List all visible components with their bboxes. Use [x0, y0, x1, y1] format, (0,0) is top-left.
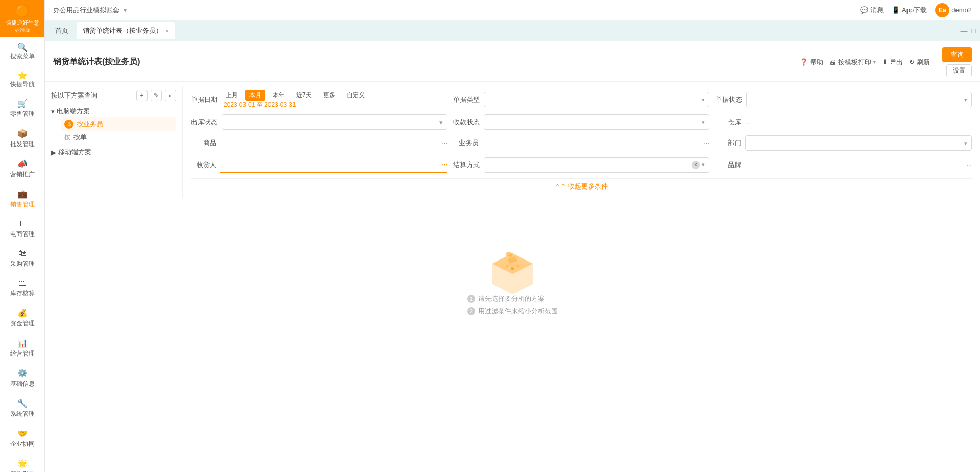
refresh-button[interactable]: ↻ 刷新: [909, 58, 930, 67]
query-button[interactable]: 查询: [942, 47, 972, 62]
salesman-input[interactable]: [483, 137, 704, 149]
sidebar-item-newguide[interactable]: 🌟 新手引导: [0, 454, 44, 472]
topbar-right: 💬 消息 📱 App下载 Ea demo2: [860, 3, 972, 17]
basic-label: 基础信息: [10, 380, 35, 388]
settlement-control: × ▾: [484, 157, 709, 173]
collapse-filter-button[interactable]: ⌃⌃ 收起更多条件: [191, 178, 972, 194]
sidebar-item-ops[interactable]: 📊 经营管理: [0, 333, 44, 363]
settlement-label: 结算方式: [453, 160, 480, 170]
date-tag-7days[interactable]: 近7天: [292, 90, 316, 101]
brand-label: 品牌: [716, 160, 741, 170]
wholesale-label: 批发管理: [10, 140, 35, 149]
warehouse-dots[interactable]: ...: [745, 118, 751, 126]
sidebar-quicknav[interactable]: ⭐ 快捷导航: [0, 66, 44, 93]
sidebar-search[interactable]: 🔍 搜索菜单: [0, 37, 44, 66]
date-tag-more[interactable]: 更多: [319, 90, 339, 101]
date-tag-this-year[interactable]: 本年: [268, 90, 289, 101]
sidebar-item-finance[interactable]: 💰 资金管理: [0, 303, 44, 333]
sidebar-item-retail[interactable]: 🛒 零售管理: [0, 93, 44, 124]
docstatus-select[interactable]: ▾: [746, 92, 972, 107]
sidebar-item-wholesale[interactable]: 📦 批发管理: [0, 124, 44, 154]
filter-section: 按以下方案查询 + ✎ « ▾: [45, 82, 980, 202]
tree-group-mobile: ▶ 移动端方案: [51, 146, 176, 158]
sidebar-item-enterprise[interactable]: 🤝 企业协同: [0, 423, 44, 454]
tree-child-order[interactable]: 按 按单: [61, 131, 176, 144]
date-row: 上月 本月 本年 近7天 更多 自定义: [222, 90, 447, 101]
sidebar-item-inventory[interactable]: 🗃 库存核算: [0, 273, 44, 303]
docstatus-label: 单据状态: [716, 95, 742, 104]
content-area: 销货单统计表(按业务员) ❓ 帮助 🖨 按模板打印 ▾ ⬇ 导出: [45, 41, 980, 472]
edit-scheme-button[interactable]: ✎: [151, 90, 162, 101]
tab-close-button[interactable]: ×: [165, 28, 168, 34]
sidebar-item-basic[interactable]: ⚙️ 基础信息: [0, 363, 44, 393]
date-tag-last-month[interactable]: 上月: [222, 90, 242, 101]
filter-consignee-item: 收货人 ···: [191, 156, 447, 173]
sidebar-item-sales[interactable]: 💼 销售管理: [0, 184, 44, 214]
filter-row-3: 商品 ··· 业务员: [191, 135, 972, 151]
tabs-bar: 首页 销货单统计表（按业务员） × — □: [45, 20, 980, 41]
newguide-label: 新手引导: [10, 470, 35, 472]
app-download-button[interactable]: 📱 App下载: [892, 6, 927, 15]
sidebar-item-ecommerce[interactable]: 🖥 电商管理: [0, 214, 44, 244]
add-scheme-button[interactable]: +: [136, 90, 148, 101]
paymentstatus-arrow-icon: ▾: [702, 119, 705, 126]
export-button[interactable]: ⬇ 导出: [882, 58, 903, 67]
empty-state: 1 请先选择要分析的方案 2 用过滤条件来缩小分析范围: [45, 202, 980, 360]
sidebar-item-purchase[interactable]: 🛍 采购管理: [0, 244, 44, 273]
sidebar-logo[interactable]: 🟠 畅捷通好生意 标准版: [0, 0, 44, 37]
tab-minimize-button[interactable]: —: [961, 27, 968, 35]
topbar-arrow: ▾: [124, 7, 127, 14]
sidebar-item-marketing[interactable]: 📣 营销推广: [0, 154, 44, 184]
tab-sales-stat[interactable]: 销货单统计表（按业务员） ×: [77, 22, 175, 39]
salesman-tree-icon: 员: [64, 120, 74, 129]
date-tag-this-month[interactable]: 本月: [245, 90, 265, 101]
filter-outstatus-item: 出库状态 ▾: [191, 114, 447, 130]
outstatus-select[interactable]: ▾: [222, 114, 447, 130]
tab-maximize-button[interactable]: □: [972, 27, 976, 35]
date-control: 上月 本月 本年 近7天 更多 自定义 2023-03-01 至 2023-03…: [222, 90, 447, 109]
tab-home-label: 首页: [55, 26, 68, 35]
system-icon: 🔧: [17, 398, 28, 408]
consignee-dots[interactable]: ···: [442, 160, 447, 168]
salesman-dots[interactable]: ···: [704, 139, 709, 147]
template-print-button[interactable]: 🖨 按模板打印 ▾: [829, 58, 876, 67]
main-area: 办公用品行业模拟账套 ▾ 💬 消息 📱 App下载 Ea demo2 首页 销货…: [45, 0, 980, 472]
tree-group-mobile-header[interactable]: ▶ 移动端方案: [51, 146, 176, 158]
enterprise-icon: 🤝: [17, 429, 28, 438]
goods-dots[interactable]: ···: [442, 139, 447, 147]
avatar: Ea: [935, 3, 949, 17]
paymentstatus-select[interactable]: ▾: [484, 114, 709, 130]
user-profile[interactable]: Ea demo2: [935, 3, 972, 17]
outstatus-arrow-icon: ▾: [439, 119, 443, 126]
help-button[interactable]: ❓ 帮助: [800, 58, 823, 67]
doctype-select[interactable]: ▾: [484, 92, 709, 107]
brand-dots[interactable]: ···: [966, 161, 972, 169]
paymentstatus-control: ▾: [484, 114, 709, 130]
collapse-up-icon: ⌃⌃: [555, 183, 566, 191]
docstatus-arrow-icon: ▾: [964, 97, 967, 103]
date-tag-custom[interactable]: 自定义: [342, 90, 369, 101]
collapse-panel-button[interactable]: «: [165, 90, 176, 101]
tabs-actions: — □: [961, 27, 976, 35]
settlement-select[interactable]: × ▾: [484, 157, 709, 173]
marketing-label: 营销推广: [10, 170, 35, 179]
tree-children-desktop: 员 按业务员 按 按单: [51, 117, 176, 144]
brand-input[interactable]: [745, 159, 966, 171]
tree-group-label: 电脑端方案: [57, 107, 90, 116]
message-button[interactable]: 💬 消息: [860, 6, 884, 15]
tree-child-salesman[interactable]: 员 按业务员: [61, 117, 176, 131]
consignee-input[interactable]: [220, 158, 442, 170]
purchase-label: 采购管理: [10, 259, 35, 268]
settings-button[interactable]: 设置: [946, 64, 972, 77]
goods-input[interactable]: [220, 137, 442, 149]
tree-group-desktop-header[interactable]: ▾ 电脑端方案: [51, 105, 176, 117]
tab-active-label: 销货单统计表（按业务员）: [83, 26, 162, 35]
dept-arrow-icon: ▾: [964, 140, 967, 147]
retail-icon: 🛒: [17, 99, 28, 108]
settlement-clear-button[interactable]: ×: [692, 161, 700, 169]
goods-control: ···: [220, 135, 447, 151]
dept-select[interactable]: ▾: [745, 135, 972, 151]
tab-home[interactable]: 首页: [49, 22, 75, 39]
newguide-icon: 🌟: [17, 459, 28, 468]
sidebar-item-system[interactable]: 🔧 系统管理: [0, 393, 44, 423]
